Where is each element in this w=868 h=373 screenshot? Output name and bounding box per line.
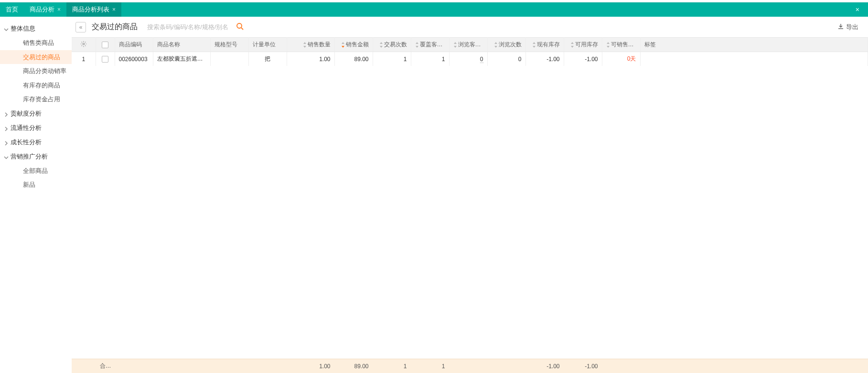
chevron-right-icon xyxy=(4,111,9,116)
totals-qty: 1.00 xyxy=(287,359,334,373)
td-idx: 1 xyxy=(72,52,96,66)
sidebar-group-title-growth[interactable]: 成长性分析 xyxy=(0,135,72,149)
td-avail: -1.00 xyxy=(564,52,602,66)
search-icon[interactable] xyxy=(236,22,244,32)
td-qty: 1.00 xyxy=(287,52,334,66)
sidebar-item-stocked-goods[interactable]: 有库存的商品 xyxy=(0,78,72,93)
th-stock[interactable]: 现有库存 xyxy=(525,38,564,52)
page-title: 交易过的商品 xyxy=(92,22,138,32)
sort-icon xyxy=(453,42,457,48)
tab-bar: 首页 商品分析 × 商品分析列表 × × xyxy=(0,2,868,17)
sidebar-group-overall: 整体信息 销售类商品 交易过的商品 商品分类动销率 有库存的商品 库存资金占用 xyxy=(0,21,72,107)
th-days[interactable]: 可销售天数 xyxy=(602,38,640,52)
sidebar-item-transacted-goods[interactable]: 交易过的商品 xyxy=(0,50,72,64)
table-row[interactable]: 1 002600003 左都胶囊五折遮阳伞防晒伞; 把 1.00 89.00 1… xyxy=(72,52,868,66)
export-button[interactable]: 导出 xyxy=(837,23,858,32)
td-checkbox[interactable] xyxy=(96,52,115,66)
sidebar-group-label: 整体信息 xyxy=(11,24,35,33)
th-btimes[interactable]: 浏览次数 xyxy=(487,38,525,52)
td-name: 左都胶囊五折遮阳伞防晒伞; xyxy=(153,52,210,66)
svg-point-1 xyxy=(83,43,85,45)
chevron-down-icon xyxy=(4,154,9,159)
checkbox-all[interactable] xyxy=(102,42,108,48)
tab-product-analysis-list[interactable]: 商品分析列表 × xyxy=(66,2,121,17)
main: « 交易过的商品 导出 xyxy=(72,17,868,373)
td-bcust[interactable]: 0 xyxy=(449,52,487,66)
browse-customers-link[interactable]: 0 xyxy=(480,56,483,63)
sidebar-item-category-movement[interactable]: 商品分类动销率 xyxy=(0,64,72,78)
tabbar-right-tools: × xyxy=(847,2,868,17)
td-tx: 1 xyxy=(373,52,411,66)
th-avail[interactable]: 可用库存 xyxy=(564,38,602,52)
sort-icon xyxy=(494,42,498,48)
close-icon[interactable]: × xyxy=(57,6,61,13)
sort-icon xyxy=(532,42,536,48)
tab-product-analysis[interactable]: 商品分析 × xyxy=(24,2,66,17)
td-unit: 把 xyxy=(248,52,287,66)
sidebar: 整体信息 销售类商品 交易过的商品 商品分类动销率 有库存的商品 库存资金占用 … xyxy=(0,17,72,373)
sidebar-group-label: 成长性分析 xyxy=(11,138,42,147)
table-footer: 合计 1.00 89.00 1 1 -1.00 -1.00 xyxy=(72,359,868,373)
td-code: 002600003 xyxy=(115,52,153,66)
th-amt[interactable]: 销售金额 xyxy=(334,38,373,52)
totals-btimes xyxy=(487,359,525,373)
export-icon xyxy=(837,23,844,31)
th-code[interactable]: 商品编码 xyxy=(115,38,153,52)
th-tx[interactable]: 交易次数 xyxy=(373,38,411,52)
th-bcust[interactable]: 浏览客户数 xyxy=(449,38,487,52)
sidebar-group-label: 贡献度分析 xyxy=(11,109,42,118)
th-name[interactable]: 商品名称 xyxy=(153,38,210,52)
sidebar-item-all-goods[interactable]: 全部商品 xyxy=(0,164,72,178)
tab-label: 商品分析 xyxy=(30,5,54,14)
table-scroll[interactable]: 商品编码 商品名称 规格型号 计量单位 销售数量 销售金额 交易次数 覆盖客户数… xyxy=(72,37,868,359)
sidebar-item-stock-capital[interactable]: 库存资金占用 xyxy=(0,92,72,107)
chevron-right-icon xyxy=(4,126,9,130)
sidebar-group-title-marketing[interactable]: 营销推广分析 xyxy=(0,149,72,164)
th-qty[interactable]: 销售数量 xyxy=(287,38,334,52)
search-box xyxy=(147,21,244,32)
totals-table: 合计 1.00 89.00 1 1 -1.00 -1.00 xyxy=(72,359,868,373)
svg-point-0 xyxy=(237,23,242,28)
th-checkbox[interactable] xyxy=(96,38,115,52)
sort-icon xyxy=(570,42,574,48)
chevron-right-icon xyxy=(4,140,9,145)
tab-home[interactable]: 首页 xyxy=(0,2,24,17)
td-btimes: 0 xyxy=(487,52,525,66)
sidebar-group-title-contribution[interactable]: 贡献度分析 xyxy=(0,107,72,121)
totals-tx: 1 xyxy=(373,359,411,373)
sidebar-group-marketing: 营销推广分析 全部商品 新品 xyxy=(0,149,72,192)
close-icon[interactable]: × xyxy=(112,6,116,13)
sidebar-group-label: 流通性分析 xyxy=(11,124,42,132)
export-label: 导出 xyxy=(846,23,858,32)
td-stock: -1.00 xyxy=(525,52,564,66)
th-spec[interactable]: 规格型号 xyxy=(210,38,248,52)
sidebar-group-title-liquidity[interactable]: 流通性分析 xyxy=(0,121,72,135)
sidebar-item-new-goods[interactable]: 新品 xyxy=(0,178,72,192)
totals-label: 合计 xyxy=(96,359,115,373)
td-amt: 89.00 xyxy=(334,52,373,66)
sort-icon xyxy=(606,42,610,48)
sort-icon xyxy=(379,42,383,48)
th-unit[interactable]: 计量单位 xyxy=(248,38,287,52)
search-input[interactable] xyxy=(147,21,233,32)
tab-label: 商品分析列表 xyxy=(72,5,109,14)
sort-icon xyxy=(415,42,419,48)
collapse-sidebar-button[interactable]: « xyxy=(75,22,86,32)
totals-row: 合计 1.00 89.00 1 1 -1.00 -1.00 xyxy=(72,359,868,373)
totals-days xyxy=(602,359,640,373)
th-cust[interactable]: 覆盖客户数 xyxy=(411,38,449,52)
sort-icon xyxy=(341,42,345,48)
td-days: 0天 xyxy=(602,52,640,66)
th-tag[interactable]: 标签 xyxy=(640,38,868,52)
sidebar-group-title-overall[interactable]: 整体信息 xyxy=(0,21,72,36)
sidebar-item-sales-goods[interactable]: 销售类商品 xyxy=(0,36,72,50)
close-all-icon[interactable]: × xyxy=(856,6,859,13)
sidebar-group-liquidity: 流通性分析 xyxy=(0,121,72,135)
td-cust: 1 xyxy=(411,52,449,66)
data-table: 商品编码 商品名称 规格型号 计量单位 销售数量 销售金额 交易次数 覆盖客户数… xyxy=(72,37,868,66)
totals-cust: 1 xyxy=(411,359,449,373)
th-gear[interactable] xyxy=(72,38,96,52)
chevron-down-icon xyxy=(4,26,9,31)
checkbox[interactable] xyxy=(102,56,108,63)
sort-icon xyxy=(303,42,307,48)
